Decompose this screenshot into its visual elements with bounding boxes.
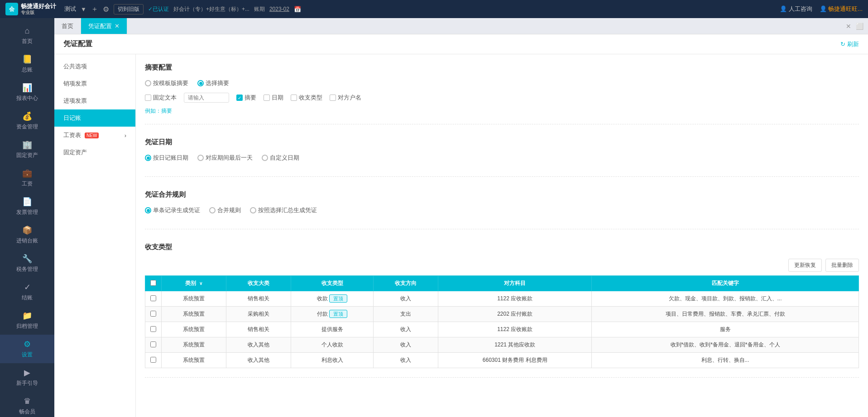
row3-direction: 收入: [374, 322, 438, 337]
refresh-btn[interactable]: ↻ 刷新: [840, 40, 859, 48]
left-nav: 公共选项 销项发票 进项发票 日记账 工资表 NEW ›: [54, 54, 136, 417]
left-nav-sales-invoice[interactable]: 销项发票: [54, 75, 135, 92]
payroll-icon: 💼: [22, 168, 32, 178]
radio-journal-date-icon: [145, 155, 151, 161]
sidebar-item-tax[interactable]: 🔧 税务管理: [0, 249, 54, 278]
th-type: 收支类型: [291, 276, 374, 291]
left-nav-journal[interactable]: 日记账: [54, 109, 135, 127]
right-content: 摘要配置 按模板版摘要 选择摘要: [136, 54, 868, 417]
table-row: 系统预置 销售相关 提供服务 收入 1122 应收账款 服务: [145, 322, 859, 337]
left-nav-fixed-assets[interactable]: 固定资产: [54, 144, 135, 161]
radio-select-summary[interactable]: 选择摘要: [197, 79, 229, 87]
row4-direction: 收入: [374, 337, 438, 353]
row2-account: 2202 应付账款: [438, 307, 592, 322]
sidebar-item-purchase[interactable]: 📦 进销台账: [0, 221, 54, 249]
sidebar-label-report: 报表中心: [16, 95, 38, 102]
member-icon: ♛: [24, 396, 31, 406]
row4-checkbox[interactable]: [145, 337, 162, 353]
row1-category: 系统预置: [162, 291, 226, 307]
sidebar-item-asset[interactable]: 🏢 固定资产: [0, 135, 54, 164]
row2-direction: 支出: [374, 307, 438, 322]
status-label: ✓已认证: [148, 5, 169, 13]
row1-checkbox[interactable]: [145, 291, 162, 307]
row3-major: 销售相关: [226, 322, 291, 337]
th-direction: 收支方向: [374, 276, 438, 291]
dropdown-arrow-icon[interactable]: ▼: [81, 6, 86, 13]
window-close-icon[interactable]: ✕: [846, 23, 851, 30]
th-account: 对方科目: [438, 276, 592, 291]
sidebar-item-archive[interactable]: 📁 归档管理: [0, 306, 54, 335]
settings-icon[interactable]: ⚙: [103, 5, 109, 14]
row1-direction: 收入: [374, 291, 438, 307]
archive-icon: 📁: [22, 311, 32, 321]
batch-delete-btn[interactable]: 批量删除: [825, 259, 859, 272]
radio-custom-date-icon: [262, 155, 268, 161]
update-restore-btn[interactable]: 更新恢复: [788, 259, 822, 272]
row5-type: 利息收入: [291, 353, 374, 368]
left-nav-purchase-invoice[interactable]: 进项发票: [54, 92, 135, 109]
table-row: 系统预置 收入其他 利息收入 收入 660301 财务费用 利息费用 利息、行转…: [145, 353, 859, 368]
settings-sidebar-icon: ⚙: [24, 339, 31, 349]
close-voucher-config-tab[interactable]: ✕: [115, 23, 120, 29]
th-major: 收支大类: [226, 276, 291, 291]
sidebar-item-payroll[interactable]: 💼 工资: [0, 164, 54, 192]
sidebar-item-settings[interactable]: ⚙ 设置: [0, 335, 54, 363]
radio-period-last[interactable]: 对应期间最后一天: [197, 154, 253, 162]
left-nav-public[interactable]: 公共选项: [54, 58, 135, 75]
calendar-icon[interactable]: 📅: [294, 6, 301, 13]
sidebar-item-guide[interactable]: ▶ 新手引导: [0, 363, 54, 392]
sidebar-item-settle[interactable]: ✓ 结账: [0, 278, 54, 306]
th-keyword: 匹配关键字: [592, 276, 859, 291]
row2-checkbox[interactable]: [145, 307, 162, 322]
row3-account: 1122 应收账款: [438, 322, 592, 337]
cb-payment-type[interactable]: 收支类型: [291, 94, 322, 102]
row2-type-tag[interactable]: 置顶: [329, 310, 347, 318]
tab-voucher-config[interactable]: 凭证配置 ✕: [81, 18, 127, 34]
row1-type-tag[interactable]: 置顶: [329, 294, 347, 303]
cb-counterpart[interactable]: 对方户名: [330, 94, 361, 102]
radio-merge-rules[interactable]: 合并规则: [209, 206, 241, 214]
left-nav-salary-table[interactable]: 工资表 NEW ›: [54, 127, 135, 144]
radio-summary-gen-icon: [250, 207, 256, 213]
cb-date[interactable]: 日期: [264, 94, 283, 102]
main-layout: ⌂ 首页 📒 总账 📊 报表中心 💰 资金管理 🏢 固定资产 💼 工资 📄 发票…: [0, 18, 868, 417]
page-header: 凭证配置 ↻ 刷新: [54, 34, 868, 54]
row5-direction: 收入: [374, 353, 438, 368]
radio-custom-date[interactable]: 自定义日期: [262, 154, 299, 162]
cb-fixed-text[interactable]: 固定文本: [145, 94, 177, 102]
logo-sub: 专业版: [21, 10, 56, 15]
period-label: 账期: [254, 5, 265, 13]
topbar-center: 测试 ▼ ＋ ⚙ 切到旧版 ✓已认证 好会计（专）+好生意（标）+... 账期 …: [60, 4, 780, 14]
home-icon: ⌂: [25, 26, 30, 36]
radio-template-summary[interactable]: 按模板版摘要: [145, 79, 188, 87]
sidebar-item-fund[interactable]: 💰 资金管理: [0, 107, 54, 135]
sidebar-label-purchase: 进销台账: [16, 237, 38, 245]
sidebar-item-member[interactable]: ♛ 畅会员: [0, 392, 54, 417]
table-row: 系统预置 采购相关 付款 置顶 支出 2202 应付账款 项目、日常费用、报销款…: [145, 307, 859, 322]
radio-single[interactable]: 单条记录生成凭证: [145, 206, 200, 214]
cb-summary[interactable]: ✓ 摘要: [236, 94, 256, 102]
add-icon[interactable]: ＋: [91, 5, 98, 14]
sidebar-item-report[interactable]: 📊 报表中心: [0, 78, 54, 107]
period-value[interactable]: 2023-02: [269, 6, 289, 12]
switch-old-btn[interactable]: 切到旧版: [114, 4, 144, 14]
fixed-text-input[interactable]: [184, 93, 229, 103]
sidebar-item-ledger[interactable]: 📒 总账: [0, 50, 54, 78]
radio-journal-date[interactable]: 按日记账日期: [145, 154, 188, 162]
th-checkbox[interactable]: [145, 276, 162, 291]
sidebar-item-invoice-mgmt[interactable]: 📄 发票管理: [0, 192, 54, 221]
tab-home[interactable]: 首页: [54, 18, 81, 34]
select-all-checkbox[interactable]: [150, 280, 156, 286]
window-maximize-icon[interactable]: ⬜: [856, 23, 863, 30]
ledger-icon: 📒: [22, 54, 32, 64]
user-btn[interactable]: 👤 畅捷通旺旺...: [820, 5, 863, 13]
sidebar-item-home[interactable]: ⌂ 首页: [0, 22, 54, 50]
radio-summary-gen[interactable]: 按照选择汇总生成凭证: [250, 206, 317, 214]
radio-select-icon: [197, 80, 204, 86]
table-row: 系统预置 收入其他 个人收款 收入 1221 其他应收款 收到*借款、收到*备用…: [145, 337, 859, 353]
help-btn[interactable]: 👤 人工咨询: [780, 5, 812, 13]
logo: 会 畅捷通好会计 专业版: [5, 3, 60, 15]
sidebar-label-guide: 新手引导: [16, 379, 38, 387]
row5-checkbox[interactable]: [145, 353, 162, 368]
row3-checkbox[interactable]: [145, 322, 162, 337]
